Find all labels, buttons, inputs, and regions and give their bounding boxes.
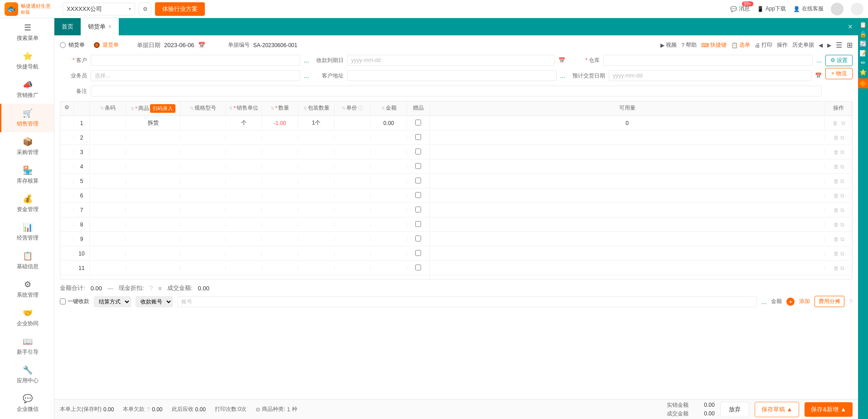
delete-icon[interactable]: 🗑 xyxy=(834,222,839,228)
td-qty-1[interactable]: -1.00 xyxy=(262,117,298,129)
delete-icon[interactable]: 🗑 xyxy=(834,135,839,141)
sidebar-item-guide[interactable]: 📖 新手引导 xyxy=(0,332,54,361)
copy-icon[interactable]: ⧉ xyxy=(840,236,844,242)
discard-button[interactable]: 放弃 xyxy=(720,402,749,417)
right-panel-icon-1[interactable]: 📋 xyxy=(860,21,867,28)
salesman-ellipsis[interactable]: ... xyxy=(304,72,309,79)
delete-icon[interactable]: 🗑 xyxy=(834,250,839,257)
settings-button[interactable]: ⚙ xyxy=(139,3,151,15)
nav-next-btn[interactable]: ▶ xyxy=(827,42,831,48)
receive-date-input[interactable] xyxy=(347,55,555,66)
goods-type[interactable]: ⊙ 商品种类: 1 种 xyxy=(256,405,297,413)
logistics-action-btn[interactable]: + 物流 xyxy=(825,68,853,79)
copy-icon[interactable]: ⧉ xyxy=(840,265,844,271)
account-select[interactable]: 收款账号 xyxy=(136,296,173,307)
owe-help-icon[interactable]: ? xyxy=(146,406,150,413)
delete-icon[interactable]: 🗑 xyxy=(834,149,839,155)
tab-close-icon[interactable]: × xyxy=(108,24,112,30)
right-panel-icon-5[interactable]: ✏ xyxy=(861,59,866,66)
avatar[interactable] xyxy=(831,3,844,15)
delivery-date-input[interactable] xyxy=(609,70,811,81)
company-selector[interactable]: XXXXXX公司 ▾ xyxy=(63,3,135,15)
warehouse-input[interactable]: 建材仓 xyxy=(603,55,813,66)
td-spec-1[interactable] xyxy=(180,120,226,126)
customer-addr-input[interactable] xyxy=(347,70,557,81)
video-btn[interactable]: ▶ 视频 xyxy=(660,41,677,49)
warehouse-ellipsis[interactable]: ... xyxy=(816,57,822,64)
copy-icon[interactable]: ⧉ xyxy=(840,222,844,228)
sidebar-item-system[interactable]: ⚙ 系统管理 xyxy=(0,275,54,303)
one-click-payment-label[interactable]: 一键收款 xyxy=(60,298,89,305)
delete-icon[interactable]: 🗑 xyxy=(834,178,839,184)
account-number-input[interactable] xyxy=(177,296,757,307)
price-info-icon[interactable]: ⓘ xyxy=(358,105,363,111)
sidebar-item-management[interactable]: 📊 经营管理 xyxy=(0,218,54,246)
note-input[interactable] xyxy=(91,86,822,96)
delete-icon[interactable]: 🗑 xyxy=(834,164,839,170)
sidebar-item-collab[interactable]: 🤝 企业协同 xyxy=(0,303,54,332)
calc-method-select[interactable]: 结算方式 xyxy=(94,296,131,307)
tab-bar-close-icon[interactable]: × xyxy=(842,22,858,32)
print-btn[interactable]: 🖨 打印 xyxy=(755,41,772,49)
operate-btn[interactable]: 操作 xyxy=(777,41,788,49)
copy-icon[interactable]: ⧉ xyxy=(840,250,844,257)
copy-icon[interactable]: ⧉ xyxy=(840,178,844,184)
trial-button[interactable]: 体验行业方案 xyxy=(155,2,205,16)
app-download-button[interactable]: 📱 App下载 xyxy=(757,5,786,13)
sidebar-item-shortcut[interactable]: ⭐ 快捷导航 xyxy=(0,47,54,75)
td-row-settings[interactable] xyxy=(60,120,74,126)
add-payment-btn[interactable]: + xyxy=(786,298,795,306)
discount-help-icon[interactable]: ? xyxy=(150,284,153,292)
save-draft-button[interactable]: 保存草稿 ▲ xyxy=(755,402,800,417)
save-new-button[interactable]: 保存&新增 ▲ xyxy=(805,402,853,417)
td-barcode-1[interactable] xyxy=(90,120,126,126)
tab-home[interactable]: 首页 xyxy=(54,18,81,35)
copy-icon-1[interactable]: ⧉ xyxy=(841,120,845,126)
date-cal-icon[interactable]: 📅 xyxy=(198,42,205,48)
sidebar-item-basic[interactable]: 📋 基础信息 xyxy=(0,246,54,275)
delete-icon[interactable]: 🗑 xyxy=(834,193,839,199)
sidebar-item-marketing[interactable]: 📣 营销推广 xyxy=(0,75,54,104)
sidebar-item-apps[interactable]: 🔧 应用中心 xyxy=(0,361,54,389)
tab-sales-order[interactable]: 销货单 × xyxy=(81,18,119,35)
copy-icon[interactable]: ⧉ xyxy=(840,149,844,155)
scan-button[interactable]: 扫码录入 xyxy=(150,104,175,113)
addr-ellipsis[interactable]: ... xyxy=(560,72,566,79)
sidebar-item-wechat[interactable]: 💬 企业微信 xyxy=(0,389,54,418)
right-panel-icon-3[interactable]: 🔄 xyxy=(859,40,867,47)
copy-icon[interactable]: ⧉ xyxy=(840,164,844,170)
online-service-button[interactable]: 👤 在线客服 xyxy=(793,5,824,13)
help-btn[interactable]: ? 帮助 xyxy=(681,41,697,49)
customer-input[interactable] xyxy=(91,55,300,66)
copy-icon[interactable]: ⧉ xyxy=(840,193,844,199)
right-panel-icon-2[interactable]: 🔒 xyxy=(859,31,867,38)
expense-help-icon[interactable]: ? xyxy=(849,298,853,305)
delivery-date-cal-icon[interactable]: 📅 xyxy=(815,72,822,79)
td-gift-1[interactable] xyxy=(407,117,430,130)
copy-icon[interactable]: ⧉ xyxy=(840,135,844,141)
settings-action-btn[interactable]: ⚙ 设置 xyxy=(825,55,853,66)
delete-icon-1[interactable]: 🗑 xyxy=(833,120,838,126)
radio-sale[interactable]: 销货单 xyxy=(60,41,85,49)
sidebar-item-finance[interactable]: 💰 资金管理 xyxy=(0,189,54,218)
nav-prev-btn[interactable]: ◀ xyxy=(819,42,823,48)
one-click-payment-checkbox[interactable] xyxy=(60,299,66,304)
right-panel-icon-orange[interactable]: 🔶 xyxy=(858,78,868,88)
sidebar-item-inventory[interactable]: 🏪 库存核算 xyxy=(0,161,54,189)
receive-date-cal-icon[interactable]: 📅 xyxy=(558,57,565,63)
td-price-1[interactable] xyxy=(335,120,371,126)
sidebar-item-purchase[interactable]: 📦 采购管理 xyxy=(0,132,54,161)
td-goods-1[interactable]: 拆货 xyxy=(126,116,180,130)
customer-ellipsis[interactable]: ... xyxy=(304,57,309,64)
radio-return[interactable]: 退货单 xyxy=(94,41,119,49)
th-settings[interactable]: ⚙ xyxy=(60,101,74,116)
right-panel-icon-4[interactable]: 📝 xyxy=(859,50,867,57)
expense-btn[interactable]: 费用分摊 xyxy=(815,296,844,307)
right-panel-icon-6[interactable]: ⭐ xyxy=(859,69,867,76)
view-list-btn[interactable]: ☰ xyxy=(836,41,842,49)
delete-icon[interactable]: 🗑 xyxy=(834,207,839,213)
history-btn[interactable]: 历史单据 xyxy=(792,41,814,49)
delete-icon[interactable]: 🗑 xyxy=(834,236,839,242)
shortcut-btn[interactable]: ⌨ 快捷键 xyxy=(701,41,727,49)
sidebar-item-search[interactable]: ☰ 搜索菜单 xyxy=(0,18,54,47)
